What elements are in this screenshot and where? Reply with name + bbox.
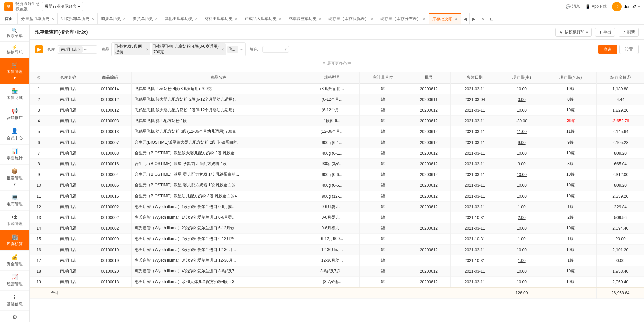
search-btn[interactable]: 查询	[598, 45, 617, 54]
tag-close-icon[interactable]: ✕	[146, 48, 149, 51]
export-btn[interactable]: ⬇ 导出	[595, 28, 615, 37]
table-row: 15 南岸门店 00100009 惠氏启智（Wyeth illuma）2段奶粉 …	[30, 234, 644, 245]
tab-fenpan[interactable]: 分量盘点单历史 ✕	[18, 13, 58, 25]
tab-close-icon[interactable]: ✕	[195, 17, 198, 21]
qty-value[interactable]: 1.00	[518, 205, 525, 209]
cell-warehouse: 南岸门店	[48, 191, 88, 202]
settings-btn[interactable]: 设置	[619, 45, 639, 54]
tab-close-icon[interactable]: ✕	[235, 17, 237, 21]
tab-tiaopi[interactable]: 调拨单历史 ✕	[98, 13, 129, 25]
tab-cailiao[interactable]: 材料出库单历史 ✕	[201, 13, 241, 25]
tab-yaohuo[interactable]: 要货单历史 ✕	[129, 13, 161, 25]
cell-no: 2	[30, 94, 48, 105]
sidebar-item-stock[interactable]: 🏬 库存核算	[0, 230, 29, 251]
tab-xianzai2[interactable]: 现存量（库存分布表） ✕	[377, 13, 429, 25]
account-dropdown[interactable]: 母婴行业演示账套 ▾	[42, 2, 83, 11]
qty-value[interactable]: 3.00	[518, 162, 525, 166]
template-print-btn[interactable]: 🖨 按模板打印 ▾	[555, 28, 592, 37]
qty-value[interactable]: 10.00	[517, 183, 527, 188]
filter-more[interactable]: ···	[84, 47, 87, 52]
tab-close-icon[interactable]: ✕	[51, 17, 54, 21]
sidebar-search[interactable]: 🔍 搜索菜单	[0, 25, 29, 42]
tab-qita[interactable]: 其他出库单历史 ✕	[161, 13, 201, 25]
qty-value[interactable]: -39.00	[516, 119, 527, 123]
cell-warehouse: 南岸门店	[48, 234, 88, 245]
tab-close-all-btn[interactable]: ✕	[478, 13, 487, 25]
qty-value[interactable]: 10.00	[517, 226, 527, 231]
qty-value[interactable]: 10.00	[517, 151, 527, 156]
qty-value[interactable]: 2.00	[518, 215, 525, 220]
qty-value[interactable]: 10.00	[517, 194, 527, 199]
cell-name: 惠氏启智（Wyeth illuma）2段奶粉 爱尔兰进口 6-12月敌...	[132, 234, 305, 245]
warehouse-tags[interactable]: 南岸门店 ✕ ···	[57, 45, 97, 54]
col-settings[interactable]: ⚙	[30, 72, 48, 84]
refresh-btn[interactable]: ↺ 刷新	[619, 28, 639, 37]
tab-close-icon[interactable]: ✕	[423, 17, 425, 21]
tab-chengpin[interactable]: 产成品入库单历史 ✕	[241, 13, 285, 25]
tag-close-icon[interactable]: ✕	[78, 48, 81, 51]
qty-value[interactable]: 10.00	[517, 172, 527, 177]
sidebar-item-retailstat[interactable]: 📊 零售统计	[0, 145, 29, 165]
qty-value[interactable]: 10.00	[517, 108, 527, 113]
tab-prev-btn[interactable]: ◀	[461, 13, 470, 25]
sidebar-item-retailshop[interactable]: 🏪 零售商城	[0, 84, 29, 104]
cell-unit: 罐	[360, 234, 407, 245]
color-tags[interactable]: ▾	[262, 46, 289, 53]
qty-value[interactable]: 10.00	[517, 248, 527, 252]
tab-zucai[interactable]: 组装拆卸单历史 ✕	[58, 13, 98, 25]
cell-spec: (6-12个月...	[305, 94, 360, 105]
sidebar-quick-nav[interactable]: ⚡ 快捷导航	[0, 42, 29, 58]
cell-spec: (12-36个月...	[305, 126, 360, 137]
qty-value[interactable]: 0.00	[518, 97, 525, 102]
sidebar-item-retail[interactable]: 🛒 零售管理 ▾	[0, 58, 29, 84]
sidebar-item-member[interactable]: 👤 会员中心	[0, 124, 29, 145]
tab-close-icon[interactable]: ✕	[279, 17, 281, 21]
cell-no: 17	[30, 255, 48, 266]
sidebar-item-finance[interactable]: 💰 资金管理	[0, 251, 29, 271]
tag-close-icon[interactable]: ✕	[221, 48, 224, 51]
tab-close-icon[interactable]: ✕	[123, 17, 126, 21]
cell-spec: 900g (6-1...	[305, 137, 360, 148]
expand-conditions-btn[interactable]: ⊞ 展开更多条件	[322, 59, 351, 68]
cell-amount: -3,652.76	[597, 116, 644, 126]
cell-spec: 1段(0-6...	[305, 116, 360, 126]
tab-chengben[interactable]: 成本调整单历史 ✕	[285, 13, 325, 25]
sidebar-item-base[interactable]: 🗄 基础信息	[0, 291, 29, 311]
sidebar-item-purchase[interactable]: 🛍 采购管理	[0, 211, 29, 230]
app-download-btn[interactable]: 📱 App下载	[585, 4, 607, 9]
tab-close-icon[interactable]: ✕	[91, 17, 94, 21]
cell-qty: 10.00	[499, 277, 544, 288]
user-menu[interactable]: D demo2 ▾	[612, 2, 640, 11]
tab-pipichenghuo[interactable]: 库存批次账 ✕	[429, 13, 461, 25]
cell-batch: 20200612	[407, 116, 450, 126]
cell-qty: 10.00	[499, 245, 544, 255]
qty-value[interactable]: 1.00	[518, 237, 525, 241]
tab-close-icon[interactable]: ✕	[155, 17, 158, 21]
qty-value[interactable]: 10.00	[517, 280, 527, 284]
tab-xianzai1[interactable]: 现存量（库存状况表） ✕	[325, 13, 377, 25]
sidebar-item-operation[interactable]: 📈 经营管理	[0, 271, 29, 291]
qty-value[interactable]: 11.00	[517, 129, 527, 134]
product-tags[interactable]: 飞鹤奶粉3段两提装 ✕ 飞鹤星飞帆 儿童奶粉 4段(3-6岁适用) 700克 ✕…	[111, 42, 246, 56]
tab-close-icon[interactable]: ✕	[371, 17, 373, 21]
qty-value[interactable]: 10.00	[517, 269, 527, 274]
tab-more-btn[interactable]: ⊡	[487, 13, 496, 25]
sidebar-item-marketing[interactable]: 📢 营销推广	[0, 104, 29, 124]
tab-close-icon[interactable]: ✕	[454, 17, 457, 21]
qty-value[interactable]: 1.00	[518, 258, 525, 263]
sidebar-item-batch[interactable]: 📦 批发管理 ▾	[0, 165, 29, 191]
tab-home[interactable]: 首页	[0, 13, 18, 25]
cell-warehouse: 南岸门店	[48, 137, 88, 148]
tab-next-btn[interactable]: ▶	[470, 13, 478, 25]
settings-icon[interactable]: ⚙	[37, 75, 41, 80]
filter-more[interactable]: ···	[240, 47, 243, 52]
sidebar-item-system[interactable]: ⚙ 系统管理	[0, 311, 29, 322]
cell-batch: 20200612	[407, 84, 450, 94]
qty-value[interactable]: 10.00	[517, 87, 527, 91]
message-btn[interactable]: 💬 消息	[566, 4, 580, 9]
cell-code: 00100018	[88, 277, 132, 288]
sidebar-item-ecom[interactable]: 💻 电商管理	[0, 191, 29, 211]
tab-close-icon[interactable]: ✕	[319, 17, 321, 21]
qty-value[interactable]: 9.00	[518, 140, 525, 145]
filter-expand-btn[interactable]: ▶	[35, 45, 43, 53]
